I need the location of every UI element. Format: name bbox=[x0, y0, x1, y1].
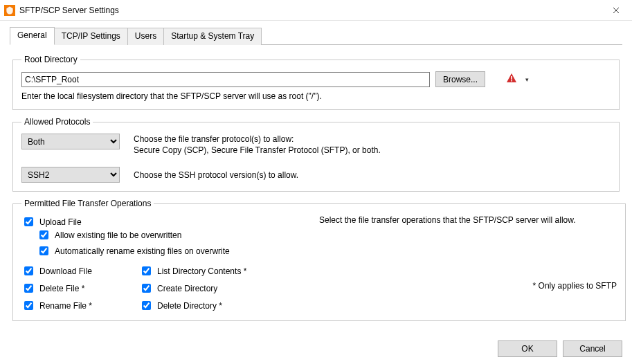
tabs: General TCP/IP Settings Users Startup & … bbox=[10, 26, 622, 45]
browse-button[interactable]: Browse... bbox=[435, 71, 485, 87]
checkbox-upload-file[interactable]: Upload File bbox=[21, 215, 319, 228]
app-icon bbox=[4, 5, 15, 16]
tab-general[interactable]: General bbox=[10, 27, 55, 45]
group-permitted-operations: Permitted File Transfer Operations Uploa… bbox=[12, 199, 626, 321]
root-path-input[interactable] bbox=[21, 72, 430, 87]
proto-legend: Allowed Protocols bbox=[21, 117, 93, 127]
ok-button[interactable]: OK bbox=[498, 340, 557, 357]
svg-rect-1 bbox=[511, 76, 512, 80]
group-allowed-protocols: Allowed Protocols Both Choose the file t… bbox=[12, 117, 620, 192]
tab-tcpip[interactable]: TCP/IP Settings bbox=[54, 28, 128, 45]
checkbox-list-directory[interactable]: List Directory Contents * bbox=[139, 264, 319, 277]
checkbox-delete-directory[interactable]: Delete Directory * bbox=[139, 299, 319, 312]
window-title: SFTP/SCP Server Settings bbox=[19, 6, 119, 15]
ssh-protocol-select[interactable]: SSH2 bbox=[21, 167, 120, 183]
perm-legend: Permitted File Transfer Operations bbox=[21, 199, 154, 208]
warning-icon[interactable] bbox=[506, 73, 517, 86]
group-root-directory: Root Directory Browse... ▾ Enter the loc… bbox=[12, 55, 620, 110]
transfer-protocol-select[interactable]: Both bbox=[21, 134, 120, 149]
close-button[interactable] bbox=[600, 0, 632, 21]
warning-dropdown-caret[interactable]: ▾ bbox=[525, 76, 529, 83]
checkbox-rename-file[interactable]: Rename File * bbox=[21, 299, 139, 312]
root-legend: Root Directory bbox=[21, 55, 80, 64]
checkbox-create-directory[interactable]: Create Directory bbox=[139, 282, 319, 295]
cancel-button[interactable]: Cancel bbox=[563, 340, 622, 357]
ssh-protocol-description: Choose the SSH protocol version(s) to al… bbox=[134, 170, 298, 181]
tab-startup[interactable]: Startup & System Tray bbox=[163, 28, 262, 45]
checkbox-download-file[interactable]: Download File bbox=[21, 264, 139, 277]
perm-description: Select the file transfer operations that… bbox=[319, 215, 617, 225]
svg-rect-2 bbox=[511, 80, 512, 82]
perm-footnote: * Only applies to SFTP bbox=[319, 281, 617, 291]
checkbox-allow-overwrite[interactable]: Allow existing file to be overwritten bbox=[37, 228, 319, 242]
titlebar: SFTP/SCP Server Settings bbox=[0, 0, 632, 21]
transfer-protocol-description: Choose the file transfer protocol(s) to … bbox=[134, 134, 381, 156]
checkbox-auto-rename[interactable]: Automatically rename existing files on o… bbox=[37, 244, 319, 257]
root-hint: Enter the local filesystem directory tha… bbox=[21, 91, 611, 101]
checkbox-delete-file[interactable]: Delete File * bbox=[21, 282, 139, 295]
dialog-button-bar: OK Cancel bbox=[498, 340, 622, 357]
tab-users[interactable]: Users bbox=[127, 28, 164, 45]
